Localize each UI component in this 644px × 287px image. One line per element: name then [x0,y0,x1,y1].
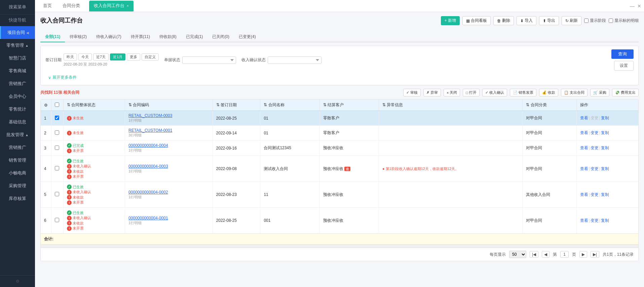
close-window-icon[interactable]: ✕ [637,3,641,9]
select-all-checkbox[interactable] [55,102,59,107]
sidebar-item-marketing2[interactable]: 营销推广 [0,141,35,154]
show-detail-checkbox[interactable]: 显示标的明细 [609,18,639,24]
row-select-checkbox[interactable] [55,116,59,120]
row-checkbox[interactable] [51,182,64,208]
op-变更[interactable]: 变更 [591,130,599,135]
expense-contract-button[interactable]: 📋 支出合同 [561,89,588,96]
op-变更[interactable]: 变更 [591,192,599,197]
contract-code-link[interactable]: 0000000000004-0004 [128,143,168,148]
sidebar-settings[interactable]: ⚙ [0,275,35,287]
op-复制[interactable]: 复制 [601,146,609,150]
op-查看[interactable]: 查看 [580,218,588,223]
expand-conditions-button[interactable]: ∨ 展开更多条件 [45,73,634,82]
tab-income-contract[interactable]: 收入合同工作台 × [89,1,133,11]
op-查看[interactable]: 查看 [580,166,588,171]
abandon-audit-button[interactable]: ✗ 弃审 [423,89,441,96]
sidebar-search[interactable]: 搜索菜单 [0,0,35,14]
date-1month[interactable]: 近1月 [110,53,125,60]
sidebar-item-retail-mall[interactable]: 零售商城 [0,65,35,77]
close-button[interactable]: × 关闭 [444,89,460,96]
new-button[interactable]: + 新增 [441,16,460,25]
filter-tab-pending-confirm[interactable]: 待收入确认(7) [91,32,126,42]
page-next-button[interactable]: ▶ [579,251,587,258]
op-变更[interactable]: 变更 [591,146,599,150]
op-查看[interactable]: 查看 [580,116,588,120]
refresh-button[interactable]: ↻ 刷新 [562,16,581,25]
sidebar-quick-nav[interactable]: 快捷导航 [0,14,35,26]
query-button[interactable]: 查询 [611,49,634,59]
row-checkbox[interactable] [51,140,64,156]
contract-panel-button[interactable]: ▦ 合同看板 [462,16,491,25]
scrollbar[interactable] [41,244,638,248]
row-checkbox[interactable] [51,126,64,140]
op-复制[interactable]: 复制 [601,130,609,135]
sidebar-item-sales[interactable]: 销售管理 [0,154,35,167]
filter-tab-closed[interactable]: 已关闭(0) [207,32,234,42]
tab-contract-category[interactable]: 合同分类 × [57,0,89,12]
row-select-checkbox[interactable] [55,146,59,150]
sidebar-item-base-info[interactable]: 基础信息 [0,116,35,128]
filter-tab-pending-invoice[interactable]: 待开票(11) [126,32,155,42]
op-复制[interactable]: 复制 [601,192,609,197]
date-yesterday[interactable]: 昨天 [64,53,77,60]
sidebar-item-xiaochang[interactable]: 小畅电商 [0,167,35,179]
purchase-button[interactable]: 🛒 采购 [590,89,609,96]
tab-income-contract-close[interactable]: × [126,4,128,8]
income-confirm-button[interactable]: ✓ 收入确认 [482,89,507,96]
payment-button[interactable]: 💰 收款 [539,89,558,96]
sidebar-item-retail-stats[interactable]: 零售统计 [0,103,35,116]
row-checkbox[interactable] [51,156,64,182]
open-button[interactable]: □ 打开 [463,89,480,96]
col-settings[interactable]: ⚙ [41,99,51,111]
sidebar-item-member[interactable]: 会员中心 [0,90,35,103]
import-button[interactable]: ⬇ 导入 [517,16,536,25]
date-today[interactable]: 今天 [78,53,92,60]
op-查看[interactable]: 查看 [580,192,588,197]
row-select-checkbox[interactable] [55,166,59,170]
page-first-button[interactable]: |◀ [530,251,538,258]
show-stage-input[interactable] [584,18,589,23]
sidebar-item-purchase[interactable]: 采购管理 [0,179,35,192]
contract-code-link[interactable]: 0000000000004-0002 [128,190,168,195]
op-查看[interactable]: 查看 [580,146,588,150]
sidebar-item-smart-store[interactable]: 智慧门店 [0,52,35,65]
filter-tab-all[interactable]: 全部(11) [40,32,65,42]
filter-tab-pending-review[interactable]: 待审核(2) [65,32,91,42]
row-select-checkbox[interactable] [55,130,59,135]
date-custom[interactable]: 自定义 [142,53,159,60]
op-查看[interactable]: 查看 [580,130,588,135]
sidebar-item-wholesale[interactable]: 批发管理 ▲ [0,128,35,141]
sidebar-item-inventory[interactable]: 库存核算 [0,192,35,205]
op-复制[interactable]: 复制 [601,116,609,120]
col-checkbox[interactable] [51,99,64,111]
setting-button[interactable]: 设置 [614,61,634,71]
page-prev-button[interactable]: ◀ [542,251,550,258]
row-checkbox[interactable] [51,208,64,234]
page-last-button[interactable]: ▶| [591,251,599,258]
show-stage-checkbox[interactable]: 显示阶段 [584,18,606,24]
income-confirm-select[interactable] [268,56,321,64]
contract-code-link[interactable]: 0000000000004-0003 [128,164,168,169]
row-select-checkbox[interactable] [55,192,59,196]
show-detail-input[interactable] [609,18,613,23]
op-变更[interactable]: 变更 [591,218,599,223]
sidebar-item-project[interactable]: 项目合同 ◀ [0,26,35,39]
doc-status-select[interactable] [182,56,236,64]
contract-code-link[interactable]: RETAIL_CUSTOM-0001 [128,128,172,133]
tab-home[interactable]: 首页 [38,0,57,12]
op-变更[interactable]: 变更 [591,166,599,171]
filter-tab-pending-payment[interactable]: 待收款(8) [155,32,181,42]
row-select-checkbox[interactable] [55,218,59,222]
expense-out-button[interactable]: 💸 费用支出 [612,89,639,96]
op-复制[interactable]: 复制 [601,166,609,171]
minimize-icon[interactable]: — [630,3,635,9]
sidebar-item-marketing[interactable]: 营销推广 [0,77,35,90]
sales-invoice-button[interactable]: 📄 销售发票 [510,89,536,96]
filter-tab-completed[interactable]: 已完成(1) [181,32,208,42]
delete-button[interactable]: 🗑 删除 [493,16,514,25]
date-more[interactable]: 更多 [127,53,140,60]
tab-contract-category-close[interactable]: × [82,4,84,8]
contract-code-link[interactable]: 0000000000004-0001 [128,216,168,220]
filter-tab-changed[interactable]: 已变更(4) [234,32,261,42]
contract-code-link[interactable]: RETAIL_CUSTOM-0003 [128,113,172,118]
